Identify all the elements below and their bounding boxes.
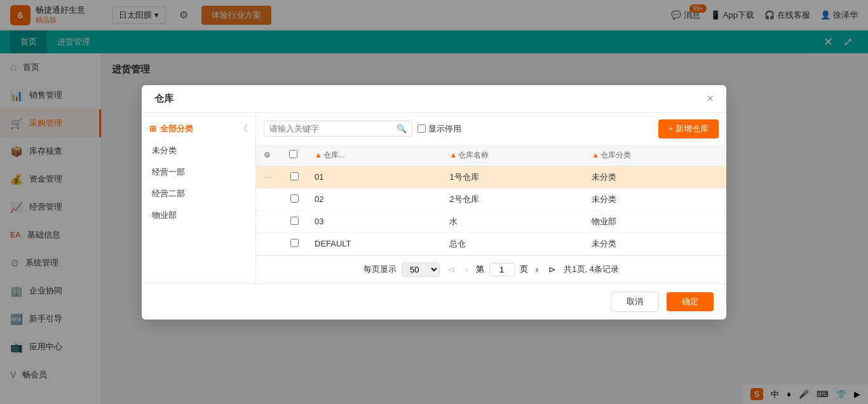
row-category-4: 未分类 — [584, 232, 726, 255]
row-check-3[interactable] — [281, 210, 307, 232]
show-disabled-check[interactable] — [417, 125, 426, 133]
dialog-header: 仓库 × — [142, 85, 726, 113]
warehouse-dialog: 仓库 × ⊞ 全部分类 《 未分类 经营一部 经营二部 物业部 — [142, 85, 726, 320]
row-category-2: 未分类 — [584, 188, 726, 210]
search-icon[interactable]: 🔍 — [397, 124, 407, 133]
page-label: 第 — [476, 264, 484, 275]
table-row[interactable]: 02 2号仓库 未分类 — [256, 188, 726, 210]
dialog-title: 仓库 — [154, 93, 173, 105]
row-code-2: 02 — [307, 188, 442, 210]
last-page-button[interactable]: ⊳ — [546, 263, 559, 276]
all-category-label: 全部分类 — [160, 123, 193, 135]
warehouse-table-wrap: ⚙ ▲仓库... ▲仓库名称 ▲仓库分类 ··· 01 — [256, 145, 726, 255]
show-disabled-label: 显示停用 — [428, 123, 461, 135]
sort-icon-name: ▲ — [449, 151, 457, 159]
col-gear: ⚙ — [256, 145, 281, 166]
row-category-1: 未分类 — [584, 166, 726, 188]
row-check-1[interactable] — [281, 166, 307, 188]
category-item-op2[interactable]: 经营二部 — [142, 183, 255, 205]
dialog-body: ⊞ 全部分类 《 未分类 经营一部 经营二部 物业部 🔍 — [142, 113, 726, 283]
row-name-3: 水 — [442, 210, 584, 232]
row-code-3: 03 — [307, 210, 442, 232]
dialog-overlay: 仓库 × ⊞ 全部分类 《 未分类 经营一部 经营二部 物业部 — [0, 0, 868, 404]
pagination: 每页显示 50 100 ⊲ ‹ 第 页 › ⊳ 共1页, 4条记录 — [256, 255, 726, 283]
sort-icon-category: ▲ — [592, 151, 599, 159]
row-code-4: DEFAULT — [307, 232, 442, 255]
row-name-2: 2号仓库 — [442, 188, 584, 210]
category-panel: ⊞ 全部分类 《 未分类 经营一部 经营二部 物业部 — [142, 113, 256, 283]
row-checkbox-4[interactable] — [290, 239, 299, 247]
table-body: ··· 01 1号仓库 未分类 02 2号仓库 — [256, 166, 726, 255]
dialog-footer: 取消 确定 — [142, 283, 726, 320]
row-check-4[interactable] — [281, 232, 307, 255]
first-page-button[interactable]: ⊲ — [445, 263, 458, 276]
select-all-checkbox[interactable] — [289, 150, 297, 158]
table-row[interactable]: ··· 01 1号仓库 未分类 — [256, 166, 726, 188]
cancel-button[interactable]: 取消 — [611, 292, 659, 312]
add-warehouse-button[interactable]: + 新增仓库 — [658, 119, 719, 138]
page-info: 共1页, 4条记录 — [564, 264, 619, 275]
row-category-3: 物业部 — [584, 210, 726, 232]
category-item-op1[interactable]: 经营一部 — [142, 161, 255, 183]
row-name-4: 总仓 — [442, 232, 584, 255]
sort-icon-code: ▲ — [315, 151, 322, 159]
table-toolbar: 🔍 显示停用 + 新增仓库 — [256, 113, 726, 145]
category-item-property[interactable]: 物业部 — [142, 205, 255, 226]
collapse-button[interactable]: 《 — [239, 123, 248, 135]
row-gear-3[interactable] — [256, 210, 281, 232]
next-page-button[interactable]: › — [533, 263, 541, 276]
search-input-wrap: 🔍 — [264, 121, 412, 137]
grid-icon: ⊞ — [149, 124, 156, 133]
row-gear-2[interactable] — [256, 188, 281, 210]
warehouse-table: ⚙ ▲仓库... ▲仓库名称 ▲仓库分类 ··· 01 — [256, 145, 726, 255]
row-check-2[interactable] — [281, 188, 307, 210]
table-header: ⚙ ▲仓库... ▲仓库名称 ▲仓库分类 — [256, 145, 726, 166]
row-code-1: 01 — [307, 166, 442, 188]
page-suffix: 页 — [520, 264, 528, 275]
panel-header: ⊞ 全部分类 《 — [142, 118, 255, 140]
per-page-select[interactable]: 50 100 — [402, 262, 440, 277]
row-gear-4[interactable] — [256, 232, 281, 255]
col-code: ▲仓库... — [307, 145, 442, 166]
col-category: ▲仓库分类 — [584, 145, 726, 166]
all-category-button[interactable]: ⊞ 全部分类 — [149, 123, 193, 135]
confirm-button[interactable]: 确定 — [667, 292, 714, 311]
dialog-close-button[interactable]: × — [707, 92, 714, 105]
page-input[interactable] — [489, 263, 515, 276]
category-item-unclassified[interactable]: 未分类 — [142, 140, 255, 161]
search-input[interactable] — [269, 124, 397, 133]
right-panel: 🔍 显示停用 + 新增仓库 ⚙ — [256, 113, 726, 283]
table-row[interactable]: 03 水 物业部 — [256, 210, 726, 232]
row-name-1: 1号仓库 — [442, 166, 584, 188]
row-checkbox-3[interactable] — [290, 217, 299, 225]
search-area: 🔍 显示停用 — [264, 121, 461, 137]
row-checkbox-1[interactable] — [290, 172, 299, 180]
table-row[interactable]: DEFAULT 总仓 未分类 — [256, 232, 726, 255]
col-check — [281, 145, 307, 166]
show-disabled-checkbox[interactable]: 显示停用 — [417, 123, 461, 135]
row-checkbox-2[interactable] — [290, 194, 299, 203]
prev-page-button[interactable]: ‹ — [463, 263, 471, 276]
col-name: ▲仓库名称 — [442, 145, 584, 166]
per-page-label: 每页显示 — [363, 264, 397, 275]
row-gear-1[interactable]: ··· — [256, 166, 281, 188]
